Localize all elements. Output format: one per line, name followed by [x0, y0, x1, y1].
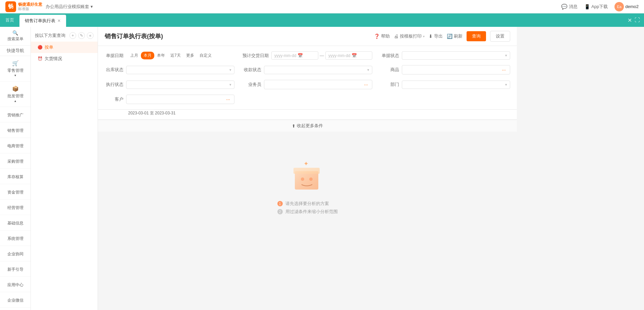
sidebar-item-marketing[interactable]: 营销推广 [0, 107, 31, 122]
empty-tip-2: 2 用过滤条件来缩小分析范围 [277, 209, 338, 215]
sidebar-item-finance-mgmt[interactable]: 资金管理 [0, 184, 31, 200]
export-btn[interactable]: ⬇ 导出 [429, 33, 443, 39]
left-panel-edit-btn[interactable]: ✎ [78, 32, 85, 39]
left-panel-collapse-btn[interactable]: « [87, 32, 94, 39]
doc-status-control: ▾ [402, 51, 510, 60]
sidebar-quick-nav[interactable]: 快捷导航 [0, 46, 31, 56]
svg-rect-1 [293, 168, 320, 174]
tab-expand-icon[interactable]: ⛶ [635, 17, 640, 23]
tab-bar-right: ✕ ⛶ [628, 17, 644, 23]
main-content: 销售订单执行表(按单) ❓ 帮助 🖨 按模板打印 ▾ ⬇ 导出 [98, 27, 517, 310]
sidebar-item-app-center[interactable]: 应用中心 [0, 277, 31, 292]
doc-date-section: 上月 本月 本年 近7天 更多 自定义 [126, 52, 214, 59]
by-order-icon: 🔴 [38, 45, 43, 50]
exec-status-select[interactable]: ▾ [126, 81, 234, 89]
payment-status-chevron: ▾ [367, 68, 369, 72]
refresh-icon: 🔄 [447, 34, 452, 39]
customer-control: ··· [126, 95, 234, 104]
date-btn-this-month[interactable]: 本月 [141, 52, 154, 59]
date-range-display: 2023-03-01 至 2023-03-31 [98, 110, 517, 120]
settings-button[interactable]: 设置 [490, 31, 510, 42]
payment-status-control: ▾ [264, 66, 372, 74]
page-title: 销售订单执行表(按单) [105, 32, 163, 40]
customer-more-icon[interactable]: ··· [225, 97, 231, 102]
tab-close-icon[interactable]: ✕ [57, 18, 61, 23]
sidebar-search[interactable]: 🔍 搜索菜单 [0, 27, 31, 46]
tab-sales-order-exec[interactable]: 销售订单执行表 ✕ [19, 15, 66, 27]
date-btn-custom[interactable]: 自定义 [197, 52, 214, 59]
product-more-icon[interactable]: ··· [500, 67, 507, 72]
tab-home[interactable]: 首页 [0, 13, 19, 27]
expected-date-to[interactable]: yyyy-mm-dd 📅 [325, 51, 372, 60]
left-panel-header: 按以下方案查询 + ✎ « [31, 30, 98, 42]
payment-status-select[interactable]: ▾ [264, 66, 372, 74]
main-layout: 🔍 搜索菜单 快捷导航 🛒 零售管理 ▾ 📦 批发管理 ▴ 营销推广 销售管理 … [0, 27, 644, 310]
sidebar-item-membership[interactable]: 畅会员 [0, 308, 31, 310]
sidebar-item-sys-mgmt[interactable]: 系统管理 [0, 230, 31, 246]
date-btn-last-month[interactable]: 上月 [127, 52, 141, 59]
exec-status-control: ▾ [126, 81, 234, 89]
sidebar-item-basic-info[interactable]: 基础信息 [0, 215, 31, 230]
top-bar-left: 畅 畅捷通好生意 标准版 办公用品行业模拟账套 ▾ [5, 1, 93, 12]
message-action[interactable]: 💬 消息 [561, 4, 578, 10]
ship-status-select[interactable]: ▾ [126, 66, 234, 74]
left-panel-add-btn[interactable]: + [69, 32, 76, 39]
empty-state: ✦ 1 请先选择要分析的方案 2 用过滤条件来缩小分析范围 [98, 132, 517, 244]
top-bar-right: 💬 消息 📱 App下载 Ea demo2 [561, 2, 639, 11]
query-button[interactable]: 查询 [467, 31, 486, 41]
salesperson-more-icon[interactable]: ··· [363, 82, 369, 87]
sidebar-item-corp-wechat[interactable]: 企业微信 [0, 292, 31, 308]
filter-exec-status: 执行状态 ▾ [105, 80, 234, 89]
user-area[interactable]: Ea demo2 [614, 2, 639, 11]
app-selector-chevron: ▾ [91, 4, 93, 9]
sidebar-item-purchase-mgmt[interactable]: 采购管理 [0, 153, 31, 169]
sidebar-item-sales-mgmt[interactable]: 销售管理 [0, 122, 31, 138]
svg-point-4 [309, 177, 313, 181]
sidebar-item-corp-collab[interactable]: 企业协同 [0, 246, 31, 261]
doc-status-select[interactable]: ▾ [402, 51, 510, 60]
left-panel-item-by-order[interactable]: 🔴 按单 [31, 42, 98, 53]
sidebar-item-new-guide[interactable]: 新手引导 [0, 261, 31, 277]
empty-illustration: ✦ [291, 158, 324, 192]
avatar: Ea [614, 2, 624, 11]
help-btn[interactable]: ❓ 帮助 [374, 33, 390, 39]
help-icon: ❓ [374, 34, 380, 39]
app-download-action[interactable]: 📱 App下载 [584, 4, 608, 10]
filter-payment-status: 收款状态 ▾ [243, 65, 372, 74]
expected-date-from-text: yyyy-mm-dd [274, 53, 296, 58]
date-quick-btns: 上月 本月 本年 近7天 更多 自定义 [127, 52, 214, 59]
sidebar-item-retail-mgmt[interactable]: 🛒 零售管理 ▾ [0, 56, 31, 82]
date-btn-7days[interactable]: 近7天 [168, 52, 183, 59]
svg-text:✦: ✦ [304, 160, 309, 167]
print-btn[interactable]: 🖨 按模板打印 ▾ [394, 33, 425, 39]
filter-doc-date: 单据日期 上月 本月 本年 近7天 更多 自定义 [105, 51, 234, 60]
wholesale-mgmt-icon: 📦 [12, 86, 19, 92]
date-btn-more[interactable]: 更多 [183, 52, 197, 59]
department-control: ▾ [402, 81, 510, 89]
left-panel-actions: + ✎ « [69, 32, 94, 39]
collapse-bar[interactable]: ⬆ 收起更多条件 [98, 120, 517, 132]
sidebar-item-inventory-calc[interactable]: 库存核算 [0, 169, 31, 184]
sidebar-item-wholesale-mgmt[interactable]: 📦 批发管理 ▴ [0, 82, 31, 107]
sidebar-item-ops-mgmt[interactable]: 经营管理 [0, 200, 31, 215]
left-panel-item-by-credit[interactable]: ⏰ 欠货情况 [31, 53, 98, 64]
filter-product: 商品 ··· [380, 65, 510, 74]
customer-input[interactable]: ··· [126, 95, 234, 104]
date-btn-this-year[interactable]: 本年 [154, 52, 168, 59]
salesperson-control: ··· [264, 80, 372, 89]
department-select[interactable]: ▾ [402, 81, 510, 89]
product-control: ··· [402, 65, 510, 74]
collapse-icon: ⬆ [292, 123, 296, 128]
refresh-btn[interactable]: 🔄 刷新 [447, 33, 463, 39]
print-chevron: ▾ [423, 35, 425, 38]
svg-rect-0 [295, 171, 318, 190]
page-actions: ❓ 帮助 🖨 按模板打印 ▾ ⬇ 导出 🔄 刷新 [374, 31, 510, 42]
salesperson-input[interactable]: ··· [264, 80, 372, 89]
app-selector[interactable]: 办公用品行业模拟账套 ▾ [46, 4, 93, 10]
logo-text: 畅捷通好生意 标准版 [18, 2, 42, 11]
expected-date-from[interactable]: yyyy-mm-dd 📅 [271, 51, 318, 60]
sidebar-item-ecom-mgmt[interactable]: 电商管理 [0, 138, 31, 153]
tab-close-window-icon[interactable]: ✕ [628, 17, 632, 23]
product-input[interactable]: ··· [402, 65, 510, 74]
wholesale-mgmt-arrow: ▴ [14, 99, 16, 103]
